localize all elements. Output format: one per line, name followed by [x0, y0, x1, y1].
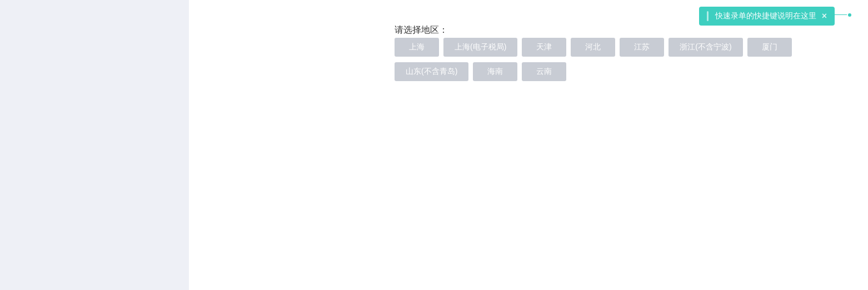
region-btn-hebei[interactable]: 河北 — [571, 38, 615, 57]
region-btn-zhejiang[interactable]: 浙江(不含宁波) — [669, 38, 742, 57]
region-btn-shanghai-etax[interactable]: 上海(电子税局) — [443, 38, 517, 57]
region-btn-tianjin[interactable]: 天津 — [522, 38, 566, 57]
tooltip-text: 快速录单的快捷键说明在这里 — [715, 11, 816, 21]
region-buttons-row1: 上海上海(电子税局)天津河北江苏浙江(不含宁波)厦门 — [395, 38, 792, 57]
tooltip-connector-line — [834, 14, 847, 15]
region-btn-xiamen[interactable]: 厦门 — [747, 38, 792, 57]
region-btn-yunnan[interactable]: 云南 — [522, 62, 566, 81]
region-btn-shanghai[interactable]: 上海 — [395, 38, 439, 57]
region-btn-shandong[interactable]: 山东(不含青岛) — [395, 62, 468, 81]
left-sidebar — [0, 0, 189, 290]
tooltip-connector-dot — [847, 12, 852, 18]
region-select-label: 请选择地区： — [395, 24, 448, 36]
region-btn-jiangsu[interactable]: 江苏 — [620, 38, 664, 57]
main-content: 请选择地区： 上海上海(电子税局)天津河北江苏浙江(不含宁波)厦门 山东(不含青… — [189, 0, 868, 290]
region-buttons-row2: 山东(不含青岛)海南云南 — [395, 62, 566, 81]
tooltip-banner: 快速录单的快捷键说明在这里 × — [699, 7, 835, 26]
tooltip-close-button[interactable]: × — [822, 11, 827, 21]
region-btn-hainan[interactable]: 海南 — [473, 62, 517, 81]
